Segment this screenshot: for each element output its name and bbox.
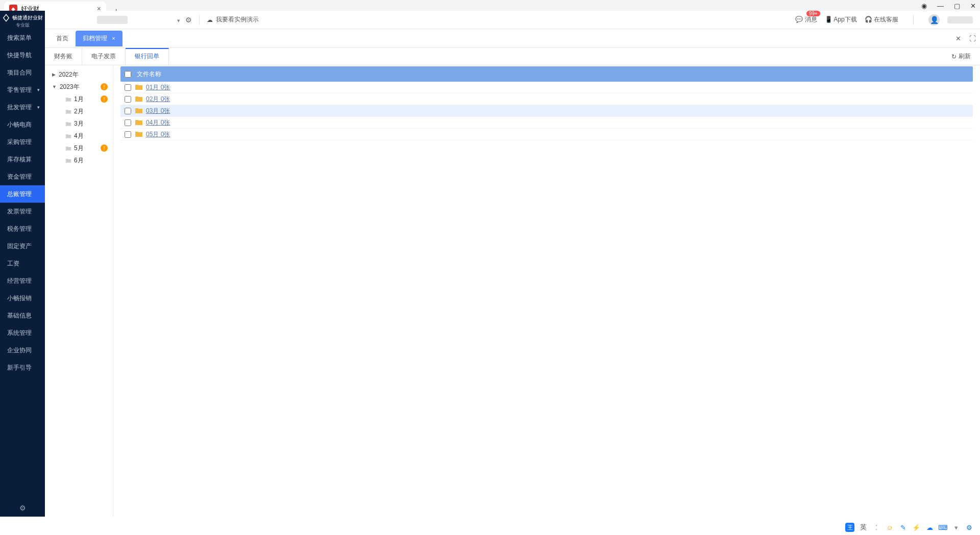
ime-flash-icon[interactable]: ⚡ (912, 523, 921, 532)
sidebar-item[interactable]: 总账管理 (0, 185, 45, 203)
tree-month-label: 5月 (74, 144, 84, 153)
sidebar-item[interactable]: 企业协同 (0, 342, 45, 359)
tree-month[interactable]: 1月! (45, 93, 113, 105)
sidebar-item-label: 搜索菜单 (7, 34, 32, 42)
row-checkbox[interactable] (125, 119, 131, 126)
messages-button[interactable]: 💬 消息 99+ (795, 15, 817, 24)
tab-archive-close-icon[interactable]: × (112, 35, 115, 41)
file-name-link[interactable]: 05月 0张 (146, 130, 170, 139)
tree-month-label: 4月 (74, 132, 84, 140)
window-maximize-icon[interactable]: ▢ (954, 2, 960, 10)
tree-month[interactable]: 6月 (45, 154, 113, 166)
divider (913, 15, 914, 25)
tree-month[interactable]: 3月 (45, 117, 113, 130)
folder-icon (135, 84, 143, 91)
sidebar-item[interactable]: 批发管理▾ (0, 99, 45, 116)
tree-month-label: 3月 (74, 119, 84, 128)
table-row[interactable]: 03月 0张 (120, 105, 973, 117)
sidebar-item[interactable]: 系统管理 (0, 324, 45, 342)
sidebar-item-label: 经营管理 (7, 277, 32, 285)
tab-archive[interactable]: 归档管理 × (76, 31, 122, 46)
file-name-link[interactable]: 01月 0张 (146, 83, 170, 92)
company-selector[interactable]: ▾⚙ (90, 16, 192, 24)
logo-icon (2, 14, 10, 22)
file-name-link[interactable]: 03月 0张 (146, 107, 170, 115)
file-name-link[interactable]: 04月 0张 (146, 118, 170, 127)
sidebar-item[interactable]: 资金管理 (0, 168, 45, 185)
ime-edit-icon[interactable]: ✎ (898, 523, 908, 532)
headset-icon: 🎧 (865, 16, 872, 23)
sidebar-item[interactable]: 快捷导航 (0, 46, 45, 64)
tabs-fullscreen-button[interactable]: ⛶ (965, 35, 980, 42)
refresh-button[interactable]: ↻ 刷新 (951, 52, 980, 61)
sidebar-item-label: 发票管理 (7, 207, 32, 216)
table-row[interactable]: 04月 0张 (120, 117, 973, 129)
subtab-bank[interactable]: 银行回单 (126, 48, 169, 65)
subtab-invoice[interactable]: 电子发票 (82, 48, 126, 65)
sidebar-item[interactable]: 小畅电商 (0, 116, 45, 133)
browser-account-icon[interactable]: ◉ (921, 2, 927, 10)
alert-badge-icon: ! (101, 144, 108, 152)
sidebar-item-label: 采购管理 (7, 138, 32, 147)
table-row[interactable]: 01月 0张 (120, 82, 973, 93)
avatar[interactable]: 👤 (928, 14, 940, 26)
refresh-icon: ↻ (951, 53, 957, 60)
window-minimize-icon[interactable]: — (937, 2, 944, 10)
messages-badge: 99+ (806, 11, 820, 16)
sidebar-item[interactable]: 发票管理 (0, 203, 45, 220)
table-row[interactable]: 05月 0张 (120, 129, 973, 140)
ime-smile-icon[interactable]: ☺ (885, 523, 894, 532)
ime-down-icon[interactable]: ▾ (951, 523, 961, 532)
row-checkbox[interactable] (125, 131, 131, 138)
row-checkbox[interactable] (125, 96, 131, 103)
sidebar-item[interactable]: 零售管理▾ (0, 81, 45, 99)
ime-wang-icon[interactable]: 王 (845, 523, 854, 532)
tree-month-label: 1月 (74, 95, 84, 104)
tree-month[interactable]: 2月 (45, 105, 113, 117)
company-settings-icon[interactable]: ⚙ (185, 16, 192, 24)
row-checkbox[interactable] (125, 84, 131, 91)
tree-year[interactable]: ▶2022年 (45, 68, 113, 81)
sidebar-item[interactable]: 经营管理 (0, 272, 45, 289)
folder-icon (65, 158, 71, 163)
tree-month[interactable]: 4月 (45, 130, 113, 142)
app-download-button[interactable]: 📱 App下载 (825, 15, 857, 24)
sidebar-item[interactable]: 新手引导 (0, 359, 45, 376)
tree-month[interactable]: 5月! (45, 142, 113, 154)
window-close-icon[interactable]: ✕ (970, 2, 976, 10)
sidebar-item-label: 资金管理 (7, 173, 32, 181)
sidebar-item[interactable]: 固定资产 (0, 237, 45, 255)
sidebar-item[interactable]: 工资 (0, 255, 45, 272)
sidebar-item[interactable]: 税务管理 (0, 220, 45, 237)
sidebar-item[interactable]: 项目合同 (0, 64, 45, 81)
logo-brand: 畅捷通好业财 (12, 14, 43, 21)
sidebar-item[interactable]: 采购管理 (0, 133, 45, 151)
online-service-button[interactable]: 🎧 在线客服 (865, 15, 898, 24)
sidebar-item-label: 新手引导 (7, 363, 32, 372)
online-service-label: 在线客服 (874, 16, 898, 23)
sidebar-item[interactable]: 基础信息 (0, 307, 45, 324)
table-row[interactable]: 02月 0张 (120, 93, 973, 105)
file-name-link[interactable]: 02月 0张 (146, 95, 170, 104)
cloud-icon: ☁ (207, 16, 213, 23)
message-icon: 💬 (795, 16, 803, 23)
row-checkbox[interactable] (125, 108, 131, 114)
select-all-checkbox[interactable] (125, 71, 131, 78)
ime-gear-icon[interactable]: ⚙ (965, 523, 974, 532)
sidebar-settings-icon[interactable]: ⚙ (0, 499, 45, 517)
table-header: 文件名称 (120, 66, 973, 82)
app-download-label: App下载 (834, 16, 856, 23)
sidebar-item[interactable]: 搜索菜单 (0, 29, 45, 46)
ime-lang[interactable]: 英 (859, 523, 868, 532)
sidebar-item[interactable]: 库存核算 (0, 151, 45, 168)
sidebar-item[interactable]: 小畅报销 (0, 289, 45, 307)
sidebar-item-label: 零售管理 (7, 86, 32, 94)
tab-home[interactable]: 首页 (49, 31, 76, 46)
ime-cloud-icon[interactable]: ☁ (925, 523, 934, 532)
ime-keyboard-icon[interactable]: ⌨ (938, 523, 947, 532)
subtab-finance[interactable]: 财务账 (45, 48, 82, 65)
demo-link[interactable]: ☁ 我要看实例演示 (207, 15, 259, 24)
tree-year[interactable]: ▼2023年! (45, 81, 113, 93)
ime-sep-icon: ⁚ (872, 523, 881, 532)
tabs-close-button[interactable]: ✕ (951, 35, 965, 42)
